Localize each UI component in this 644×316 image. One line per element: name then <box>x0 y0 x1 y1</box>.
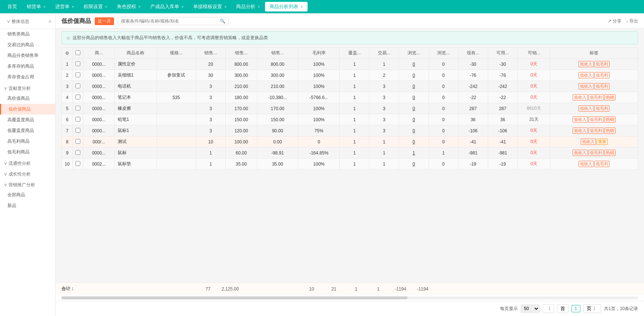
sidebar-item-category-rate[interactable]: 商品分类销售率 <box>0 50 55 61</box>
cell-col8: 35.00 <box>257 159 298 170</box>
search-input[interactable] <box>121 18 220 24</box>
cell-col8: 150.00 <box>257 114 298 125</box>
nav-sales[interactable]: 销货单 × <box>22 2 50 11</box>
col12-link[interactable]: 0 <box>413 128 415 133</box>
tag-hot: 热销 <box>604 128 616 134</box>
cell-col12[interactable]: 0 <box>399 81 429 92</box>
sidebar-collapse-btn[interactable]: « <box>48 17 52 25</box>
cell-check[interactable] <box>73 147 83 159</box>
cell-check[interactable] <box>73 125 83 136</box>
sidebar-item-low-profit[interactable]: 低毛利商品 <box>0 147 55 157</box>
cell-col7: 300.00 <box>225 70 257 81</box>
close-template-icon[interactable]: × <box>224 4 227 9</box>
per-page-select[interactable]: 50 100 200 <box>521 305 540 313</box>
cell-col14: -22 <box>458 92 488 103</box>
tag-badge: 低毛利 <box>594 105 610 112</box>
col12-link[interactable]: 0 <box>413 106 415 111</box>
cell-col8: 0.00 <box>257 136 298 147</box>
nav-role[interactable]: 角色授权 × <box>113 2 145 11</box>
cell-col12[interactable]: 0 <box>399 59 429 70</box>
col12-link[interactable]: 0 <box>413 139 415 145</box>
sidebar-item-new-products[interactable]: 新品 <box>0 200 55 211</box>
nav-home[interactable]: 首页 <box>3 2 21 11</box>
sidebar-item-high-coverage[interactable]: 高覆盖度商品 <box>0 115 55 125</box>
close-analysis-icon[interactable]: × <box>258 4 260 9</box>
prev-page-btn[interactable]: 首 <box>557 304 568 313</box>
th-check[interactable] <box>73 48 83 59</box>
cell-col12[interactable]: 1 <box>399 147 429 159</box>
cell-col13: 0 <box>429 136 458 147</box>
col12-link[interactable]: 1 <box>413 150 415 156</box>
close-purchase-icon[interactable]: × <box>72 4 74 9</box>
nav-purchase[interactable]: 进货单 × <box>51 2 78 11</box>
sidebar-item-stock-capital[interactable]: 库存资金占用 <box>0 72 55 82</box>
row-checkbox[interactable] <box>76 161 80 166</box>
close-role-icon[interactable]: × <box>138 4 141 9</box>
sidebar-item-high-profit[interactable]: 高毛利商品 <box>0 136 55 147</box>
sidebar-item-low-coverage[interactable]: 低覆盖度商品 <box>0 125 55 136</box>
col12-link[interactable]: 0 <box>413 162 415 167</box>
sidebar-item-high-value[interactable]: 高价值商品 <box>0 93 55 104</box>
share-btn[interactable]: ↗ 分享 <box>608 18 621 24</box>
row-checkbox[interactable] <box>76 61 80 66</box>
col12-link[interactable]: 0 <box>413 73 415 78</box>
table-wrapper[interactable]: ⚙ 商... 商品名称 规格... 销售... 销售... 销售... 毛利率 … <box>56 47 644 282</box>
nav-permission[interactable]: 权限设置 × <box>79 2 112 11</box>
sidebar-item-all-products[interactable]: 全部商品 <box>0 190 55 200</box>
th-setting[interactable]: ⚙ <box>62 48 73 59</box>
cell-check[interactable] <box>73 114 83 125</box>
filter-btn[interactable]: 近一月 <box>95 17 114 25</box>
nav-analysis-list[interactable]: 商品分析列表 × <box>265 2 307 11</box>
cell-col12[interactable]: 0 <box>399 125 429 136</box>
col12-link[interactable]: 0 <box>413 95 415 100</box>
cell-col11: 3 <box>369 114 399 125</box>
nav-products[interactable]: 产成品入库单 × <box>146 2 188 11</box>
cell-code: 0000... <box>83 103 115 114</box>
sidebar-item-sales-products[interactable]: 销售类商品 <box>0 29 55 40</box>
row-checkbox[interactable] <box>76 72 80 77</box>
search-icon[interactable]: 🔍 <box>220 18 225 24</box>
sidebar-item-multi-stock[interactable]: 多库存的商品 <box>0 61 55 72</box>
cell-check[interactable] <box>73 103 83 114</box>
col12-link[interactable]: 0 <box>413 62 415 67</box>
data-table: ⚙ 商... 商品名称 规格... 销售... 销售... 销售... 毛利率 … <box>61 47 638 170</box>
cell-col12[interactable]: 0 <box>399 103 429 114</box>
select-all-checkbox[interactable] <box>76 50 80 55</box>
close-permission-icon[interactable]: × <box>105 4 107 9</box>
cell-check[interactable] <box>73 136 83 147</box>
sidebar-item-traded[interactable]: 交易过的商品 <box>0 40 55 50</box>
cell-col12[interactable]: 0 <box>399 114 429 125</box>
row-checkbox[interactable] <box>76 150 80 155</box>
total-info: 共1页，10条记录 <box>604 306 638 312</box>
export-btn[interactable]: ↓ 导出 <box>626 18 638 24</box>
row-checkbox[interactable] <box>76 117 80 122</box>
search-box: 🔍 <box>118 17 229 25</box>
cell-col12[interactable]: 0 <box>399 92 429 103</box>
row-checkbox[interactable] <box>76 84 80 88</box>
close-analysis-list-icon[interactable]: × <box>301 4 303 9</box>
col12-link[interactable]: 0 <box>413 84 415 89</box>
next-page-btn[interactable]: 页 〉 <box>583 304 601 313</box>
nav-template[interactable]: 单据模板设置 × <box>189 2 231 11</box>
cell-col10: 1 <box>340 147 369 159</box>
table-row: 1 0000... 属性定价 20 800.00 800.00 100% 1 1… <box>62 59 638 70</box>
col12-link[interactable]: 0 <box>413 117 415 122</box>
cell-col12[interactable]: 0 <box>399 70 429 81</box>
cell-check[interactable] <box>73 159 83 170</box>
row-checkbox[interactable] <box>76 95 80 99</box>
row-checkbox[interactable] <box>76 128 80 133</box>
nav-analysis[interactable]: 商品分析 × <box>232 2 264 11</box>
cell-col12[interactable]: 0 <box>399 159 429 170</box>
close-sales-icon[interactable]: × <box>43 4 46 9</box>
sidebar-item-low-value[interactable]: 低价值商品 <box>0 104 55 115</box>
close-products-icon[interactable]: × <box>181 4 184 9</box>
cell-col15: -22 <box>488 92 517 103</box>
first-page-btn[interactable]: 〈 <box>543 304 554 313</box>
cell-check[interactable] <box>73 70 83 81</box>
row-checkbox[interactable] <box>76 139 80 144</box>
cell-check[interactable] <box>73 59 83 70</box>
row-checkbox[interactable] <box>76 106 80 111</box>
cell-check[interactable] <box>73 81 83 92</box>
cell-col12[interactable]: 0 <box>399 136 429 147</box>
cell-check[interactable] <box>73 92 83 103</box>
